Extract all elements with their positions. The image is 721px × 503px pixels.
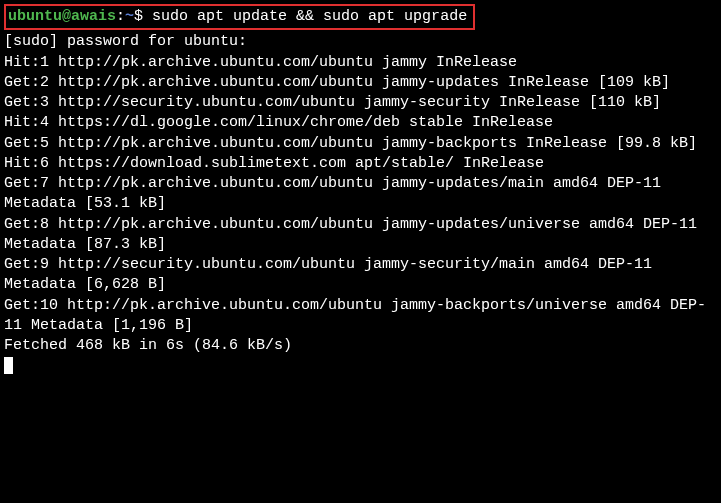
output-line: Get:7 http://pk.archive.ubuntu.com/ubunt… (4, 174, 717, 215)
output-line: Hit:1 http://pk.archive.ubuntu.com/ubunt… (4, 53, 717, 73)
output-line: Get:5 http://pk.archive.ubuntu.com/ubunt… (4, 134, 717, 154)
output-line: Hit:4 https://dl.google.com/linux/chrome… (4, 113, 717, 133)
output-line: Hit:6 https://download.sublimetext.com a… (4, 154, 717, 174)
output-line: [sudo] password for ubuntu: (4, 32, 717, 52)
output-line: Get:9 http://security.ubuntu.com/ubuntu … (4, 255, 717, 296)
terminal[interactable]: ubuntu@awais:~$ sudo apt update && sudo … (4, 4, 717, 377)
output-line: Get:10 http://pk.archive.ubuntu.com/ubun… (4, 296, 717, 337)
prompt-user-host: ubuntu@awais (8, 8, 116, 25)
output-line: Fetched 468 kB in 6s (84.6 kB/s) (4, 336, 717, 356)
command-text: sudo apt update && sudo apt upgrade (152, 8, 467, 25)
prompt-line-highlighted: ubuntu@awais:~$ sudo apt update && sudo … (4, 4, 475, 30)
output-line: Get:8 http://pk.archive.ubuntu.com/ubunt… (4, 215, 717, 256)
prompt-path: ~ (125, 8, 134, 25)
output-line: Get:3 http://security.ubuntu.com/ubuntu … (4, 93, 717, 113)
cursor-line[interactable] (4, 356, 717, 376)
cursor-icon (4, 357, 13, 374)
prompt-dollar: $ (134, 8, 152, 25)
prompt-colon: : (116, 8, 125, 25)
output-line: Get:2 http://pk.archive.ubuntu.com/ubunt… (4, 73, 717, 93)
